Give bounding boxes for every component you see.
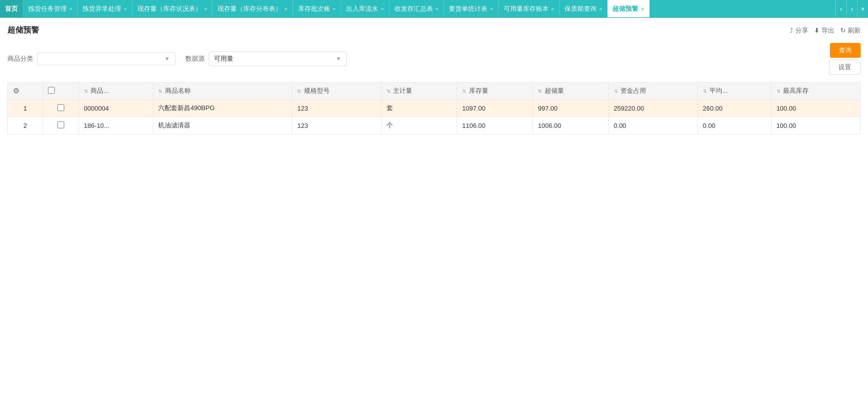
page-container: 超储预警 ⤴ 分享 ⬇ 导出 ↻ 刷新 商品分类 ▼ 数据源 bbox=[0, 18, 868, 395]
datasource-select[interactable]: 可用量 ▼ bbox=[209, 51, 347, 66]
nav-tab-9[interactable]: 可用量库存账本 × bbox=[499, 0, 560, 18]
product-category-arrow-icon: ▼ bbox=[164, 55, 170, 62]
sort-icon-spec: ⇅ bbox=[297, 88, 301, 94]
close-tab-8[interactable]: × bbox=[490, 6, 493, 12]
row-product-name: 机油滤清器 bbox=[153, 117, 292, 134]
table-body: 1 0000004 六配套新昌490BPG 123 套 1097.00 997.… bbox=[8, 100, 861, 134]
page-title: 超储预警 bbox=[7, 25, 39, 36]
col-stock[interactable]: ⇅ 库存量 bbox=[457, 82, 533, 100]
sort-icon-capital: ⇅ bbox=[614, 88, 618, 94]
col-product-name[interactable]: ⇅ 商品名称 bbox=[153, 82, 292, 100]
nav-tab-6[interactable]: 出入库流水 × bbox=[341, 0, 389, 18]
close-tab-6[interactable]: × bbox=[381, 6, 384, 12]
col-unit[interactable]: ⇅ 主计量 bbox=[381, 82, 457, 100]
query-button[interactable]: 查询 bbox=[830, 43, 861, 58]
row-capital: 0.00 bbox=[608, 117, 697, 134]
row-checkbox-cell[interactable] bbox=[43, 100, 79, 117]
nav-close-all-btn[interactable]: × bbox=[857, 0, 868, 18]
datasource-value: 可用量 bbox=[214, 54, 233, 63]
share-button[interactable]: ⤴ 分享 bbox=[790, 26, 808, 35]
row-product-name: 六配套新昌490BPG bbox=[153, 100, 292, 117]
col-checkbox[interactable] bbox=[43, 82, 79, 100]
row-num: 1 bbox=[8, 100, 43, 117]
col-overstock[interactable]: ⇅ 超储量 bbox=[533, 82, 608, 100]
product-category-select[interactable]: ▼ bbox=[37, 52, 175, 65]
row-overstock: 997.00 bbox=[533, 100, 608, 117]
col-gear[interactable]: ⚙ bbox=[8, 82, 43, 100]
col-max-stock[interactable]: ⇅ 最高库存 bbox=[771, 82, 860, 100]
nav-tab-5[interactable]: 库存批次账 × bbox=[293, 0, 341, 18]
filter-buttons: 查询 设置 bbox=[829, 43, 861, 75]
datasource-label: 数据源 bbox=[185, 54, 205, 63]
refresh-button[interactable]: ↻ 刷新 bbox=[840, 26, 861, 35]
page-actions: ⤴ 分享 ⬇ 导出 ↻ 刷新 bbox=[790, 26, 861, 35]
row-spec: 123 bbox=[292, 100, 381, 117]
row-product-code: 186-10... bbox=[79, 117, 153, 134]
close-tab-1[interactable]: × bbox=[69, 6, 72, 12]
data-table: ⚙ ⇅ 商品... ⇅ 商品名称 ⇅ 规格型号 ⇅ bbox=[7, 82, 861, 134]
nav-tab-7[interactable]: 收发存汇总表 × bbox=[390, 0, 444, 18]
product-category-label: 商品分类 bbox=[7, 54, 33, 63]
table-row: 2 186-10... 机油滤清器 123 个 1106.00 1006.00 … bbox=[8, 117, 861, 134]
col-product-code[interactable]: ⇅ 商品... bbox=[79, 82, 153, 100]
close-tab-5[interactable]: × bbox=[333, 6, 336, 12]
export-button[interactable]: ⬇ 导出 bbox=[814, 26, 834, 35]
row-avg: 260.00 bbox=[697, 100, 771, 117]
row-checkbox[interactable] bbox=[57, 104, 64, 111]
row-product-code: 0000004 bbox=[79, 100, 153, 117]
close-tab-11[interactable]: × bbox=[641, 6, 644, 12]
nav-next-btn[interactable]: › bbox=[846, 0, 857, 18]
nav-tab-11[interactable]: 超储预警 × bbox=[608, 0, 649, 18]
col-capital[interactable]: ⇅ 资金占用 bbox=[608, 82, 697, 100]
nav-tab-3[interactable]: 现存量（库存状况表） × bbox=[132, 0, 213, 18]
row-max-stock: 100.00 bbox=[771, 100, 860, 117]
nav-tab-8[interactable]: 要货单统计表 × bbox=[444, 0, 498, 18]
row-num: 2 bbox=[8, 117, 43, 134]
row-unit: 套 bbox=[381, 100, 457, 117]
row-overstock: 1006.00 bbox=[533, 117, 608, 134]
row-checkbox-cell[interactable] bbox=[43, 117, 79, 134]
close-tab-2[interactable]: × bbox=[124, 6, 127, 12]
row-stock: 1097.00 bbox=[457, 100, 533, 117]
export-icon: ⬇ bbox=[814, 27, 820, 34]
close-tab-7[interactable]: × bbox=[435, 6, 438, 12]
nav-prev-btn[interactable]: ‹ bbox=[835, 0, 846, 18]
sort-icon-unit: ⇅ bbox=[387, 88, 391, 94]
select-all-checkbox[interactable] bbox=[48, 87, 55, 94]
datasource-arrow-icon: ▼ bbox=[336, 55, 342, 62]
datasource-group: 数据源 可用量 ▼ bbox=[185, 51, 347, 66]
nav-arrows: ‹ › × bbox=[835, 0, 868, 18]
close-tab-4[interactable]: × bbox=[284, 6, 287, 12]
nav-tab-10[interactable]: 保质期查询 × bbox=[560, 0, 608, 18]
nav-tab-2[interactable]: 拣货异常处理 × bbox=[78, 0, 132, 18]
sort-icon-stock: ⇅ bbox=[462, 88, 466, 94]
nav-tab-4[interactable]: 现存量（库存分布表） × bbox=[213, 0, 293, 18]
sort-icon-max: ⇅ bbox=[777, 88, 781, 94]
product-category-group: 商品分类 ▼ bbox=[7, 52, 175, 65]
close-tab-10[interactable]: × bbox=[599, 6, 602, 12]
nav-home[interactable]: 首页 bbox=[0, 0, 23, 18]
table-row: 1 0000004 六配套新昌490BPG 123 套 1097.00 997.… bbox=[8, 100, 861, 117]
close-tab-9[interactable]: × bbox=[551, 6, 554, 12]
sort-icon-code: ⇅ bbox=[84, 88, 88, 94]
filter-area: 商品分类 ▼ 数据源 可用量 ▼ 查询 设置 bbox=[7, 43, 861, 75]
row-capital: 259220.00 bbox=[608, 100, 697, 117]
row-stock: 1106.00 bbox=[457, 117, 533, 134]
page-header: 超储预警 ⤴ 分享 ⬇ 导出 ↻ 刷新 bbox=[7, 25, 861, 36]
row-avg: 0.00 bbox=[697, 117, 771, 134]
col-avg[interactable]: ⇅ 平均... bbox=[697, 82, 771, 100]
sort-icon-name: ⇅ bbox=[158, 88, 162, 94]
row-checkbox[interactable] bbox=[57, 121, 64, 128]
gear-icon[interactable]: ⚙ bbox=[13, 86, 19, 95]
row-spec: 123 bbox=[292, 117, 381, 134]
row-max-stock: 100.00 bbox=[771, 117, 860, 134]
close-tab-3[interactable]: × bbox=[204, 6, 207, 12]
nav-tab-1[interactable]: 拣货任务管理 × bbox=[23, 0, 78, 18]
sort-icon-avg: ⇅ bbox=[703, 88, 707, 94]
share-icon: ⤴ bbox=[790, 27, 793, 34]
row-unit: 个 bbox=[381, 117, 457, 134]
table-header: ⚙ ⇅ 商品... ⇅ 商品名称 ⇅ 规格型号 ⇅ bbox=[8, 82, 861, 100]
settings-button[interactable]: 设置 bbox=[829, 60, 861, 75]
refresh-icon: ↻ bbox=[840, 27, 846, 34]
col-spec[interactable]: ⇅ 规格型号 bbox=[292, 82, 381, 100]
